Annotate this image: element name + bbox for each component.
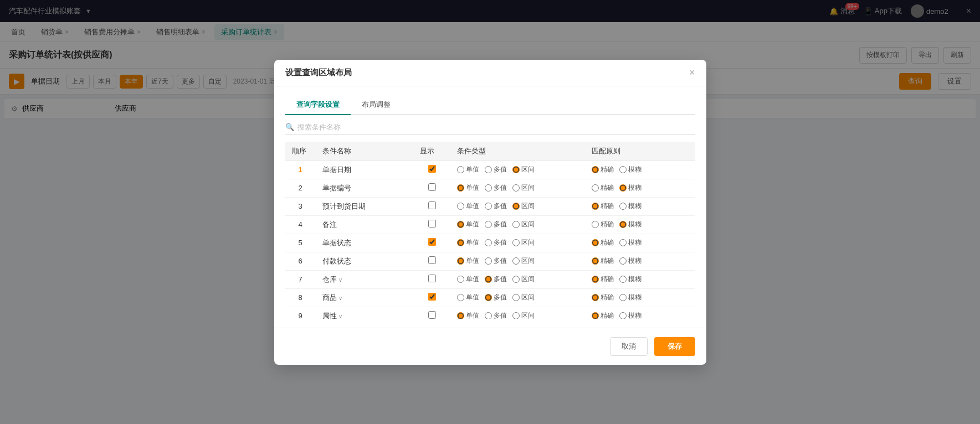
modal-tabs: 查询字段设置 布局调整: [285, 95, 695, 115]
search-input[interactable]: [297, 123, 408, 123]
modal-tab-layout[interactable]: 布局调整: [351, 95, 402, 115]
modal-header: 设置查询区域布局 ×: [274, 60, 706, 86]
modal-tab-fields[interactable]: 查询字段设置: [285, 95, 351, 115]
search-bar: 🔍: [285, 123, 695, 123]
modal-close-btn[interactable]: ×: [689, 67, 695, 79]
search-icon: 🔍: [285, 123, 294, 123]
modal-body: 查询字段设置 布局调整 🔍 顺序 条件名称 显示 条件类型: [274, 86, 706, 123]
modal-overlay: 设置查询区域布局 × 查询字段设置 布局调整 🔍 顺序: [0, 0, 980, 123]
modal-dialog: 设置查询区域布局 × 查询字段设置 布局调整 🔍 顺序: [274, 60, 706, 123]
modal-title: 设置查询区域布局: [285, 68, 352, 78]
